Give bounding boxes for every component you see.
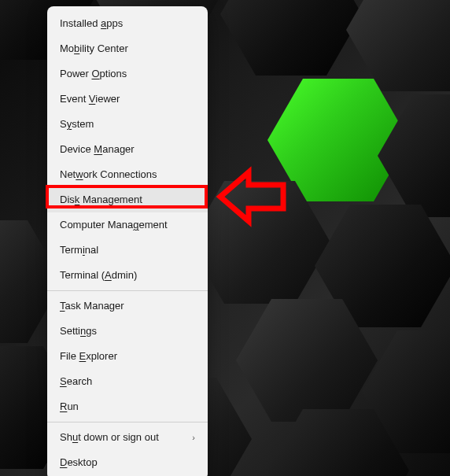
menu-item-settings[interactable]: Settings bbox=[47, 319, 208, 344]
menu-item-label: File Explorer bbox=[60, 349, 117, 363]
menu-item-mobility-center[interactable]: Mobility Center bbox=[47, 36, 208, 61]
menu-item-label: Shut down or sign out bbox=[60, 430, 159, 445]
menu-item-label: Terminal (Admin) bbox=[60, 268, 137, 282]
menu-item-label: Power Options bbox=[60, 67, 127, 81]
chevron-right-icon: › bbox=[192, 430, 195, 445]
menu-item-label: Installed apps bbox=[60, 17, 123, 31]
menu-item-device-manager[interactable]: Device Manager bbox=[47, 137, 208, 162]
menu-item-network-connections[interactable]: Network Connections bbox=[47, 162, 208, 187]
menu-item-label: Settings bbox=[60, 324, 97, 338]
menu-item-power-options[interactable]: Power Options bbox=[47, 61, 208, 87]
menu-item-shutdown[interactable]: Shut down or sign out› bbox=[47, 425, 208, 450]
menu-item-label: Task Manager bbox=[60, 299, 124, 313]
menu-item-terminal-admin[interactable]: Terminal (Admin) bbox=[47, 263, 208, 288]
menu-item-label: Network Connections bbox=[60, 168, 157, 182]
menu-item-label: Desktop bbox=[60, 456, 98, 470]
menu-item-label: Device Manager bbox=[60, 142, 135, 157]
menu-item-file-explorer[interactable]: File Explorer bbox=[47, 344, 208, 369]
menu-item-label: Search bbox=[60, 375, 92, 389]
menu-item-desktop[interactable]: Desktop bbox=[47, 450, 208, 475]
wallpaper-hexagon bbox=[220, 0, 362, 76]
menu-item-label: Terminal bbox=[60, 243, 98, 257]
menu-item-disk-management[interactable]: Disk Management bbox=[47, 187, 208, 212]
menu-item-label: Mobility Center bbox=[60, 42, 128, 56]
menu-separator bbox=[47, 422, 208, 422]
menu-item-label: Event Viewer bbox=[60, 92, 120, 106]
menu-item-label: Computer Management bbox=[60, 218, 168, 232]
menu-item-run[interactable]: Run bbox=[47, 394, 208, 419]
menu-separator bbox=[47, 290, 208, 291]
menu-item-system[interactable]: System bbox=[47, 112, 208, 137]
menu-item-installed-apps[interactable]: Installed apps bbox=[47, 11, 208, 36]
menu-item-event-viewer[interactable]: Event Viewer bbox=[47, 87, 208, 112]
menu-item-label: Disk Management bbox=[60, 193, 142, 207]
winx-context-menu: Installed appsMobility CenterPower Optio… bbox=[47, 6, 208, 476]
menu-item-computer-management[interactable]: Computer Management bbox=[47, 212, 208, 238]
menu-item-search[interactable]: Search bbox=[47, 369, 208, 394]
menu-item-label: Run bbox=[60, 400, 79, 414]
menu-item-label: System bbox=[60, 117, 94, 131]
menu-item-terminal[interactable]: Terminal bbox=[47, 238, 208, 263]
wallpaper-hexagon bbox=[346, 0, 450, 91]
menu-item-task-manager[interactable]: Task Manager bbox=[47, 293, 208, 319]
